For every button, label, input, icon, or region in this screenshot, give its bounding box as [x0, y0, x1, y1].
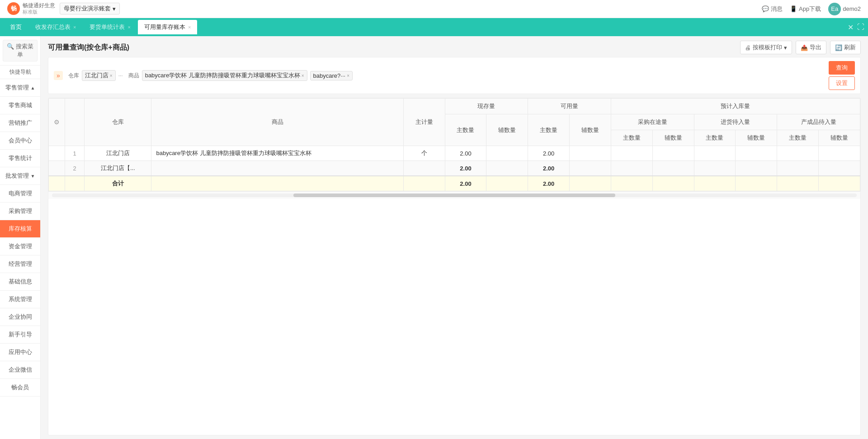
summary-num [65, 176, 85, 191]
filter-action-btns: 查询 设置 [829, 61, 855, 90]
sidebar-item-newbie[interactable]: 新手引导 [0, 326, 40, 344]
sidebar-search-area: 🔍 搜索菜单 [0, 36, 40, 66]
message-icon: 💬 [762, 5, 769, 12]
summary-unit [403, 176, 445, 191]
inventory-table: ⚙ 仓库 商品 主计量 现存量 可用量 预计入库量 主数量 辅数量 主数量 [48, 98, 860, 191]
close-window-btn[interactable]: ✕ [848, 23, 854, 32]
sidebar-item-finance[interactable]: 资金管理 [0, 238, 40, 255]
col-stock-main-header: 主数量 [445, 114, 486, 146]
sidebar-item-ecommerce[interactable]: 电商管理 [0, 185, 40, 203]
expand-window-btn[interactable]: ⛶ [857, 23, 864, 31]
sidebar-search-btn[interactable]: 🔍 搜索菜单 [3, 40, 38, 61]
content-area: 可用量查询(按仓库+商品) 🖨 按模板打印 ▾ 📤 导出 🔄 刷新 » [41, 36, 868, 439]
query-btn[interactable]: 查询 [829, 61, 855, 75]
col-num-cell: 2 [65, 161, 85, 176]
sidebar-item-retail-mall[interactable]: 零售商城 [0, 97, 40, 114]
sidebar-item-label: 企业微信 [9, 366, 32, 374]
col-p-main-cell [611, 161, 652, 176]
table-settings-icon[interactable]: ⚙ [54, 118, 60, 126]
col-i-main-cell [694, 146, 736, 161]
sidebar-item-wechat[interactable]: 企业微信 [0, 361, 40, 379]
col-stock-aux-cell [486, 161, 528, 176]
col-unit-header: 主计量 [403, 99, 445, 146]
horizontal-scrollbar[interactable] [52, 194, 857, 197]
tab-orders[interactable]: 要货单统计表 × [83, 20, 137, 34]
product-tag1-remove[interactable]: × [302, 73, 304, 78]
sidebar-item-label: 会员中心 [9, 137, 32, 145]
col-warehouse-header: 仓库 [85, 99, 151, 146]
industry-selector[interactable]: 母婴行业演示账套 ▾ [60, 3, 120, 14]
summary-avail-aux [570, 176, 611, 191]
sidebar-item-retail-stats[interactable]: 零售统计 [0, 150, 40, 167]
sidebar-item-retail-mgmt[interactable]: 零售管理 ▲ [0, 79, 40, 97]
col-finished-main-header: 主数量 [777, 130, 819, 146]
sidebar-item-members[interactable]: 会员中心 [0, 132, 40, 150]
tab-orders-close[interactable]: × [127, 24, 130, 30]
quick-nav-btn[interactable]: 快捷导航 [0, 66, 40, 79]
tab-receipts-close[interactable]: × [73, 24, 76, 30]
filter-expand-btn[interactable]: » [54, 71, 63, 80]
user-profile[interactable]: Ea demo2 [828, 3, 861, 15]
app-download-btn[interactable]: 📱 App下载 [790, 5, 821, 13]
col-settings-header: ⚙ [49, 99, 65, 146]
sidebar-item-purchase[interactable]: 采购管理 [0, 203, 40, 220]
col-avail-main-header: 主数量 [528, 114, 570, 146]
col-i-aux-cell [736, 146, 777, 161]
refresh-btn[interactable]: 🔄 刷新 [830, 41, 861, 54]
summary-stock-main: 2.00 [445, 176, 486, 191]
tab-receipts[interactable]: 收发存汇总表 × [29, 20, 82, 34]
col-finished-aux-header: 辅数量 [819, 130, 860, 146]
sidebar-item-system[interactable]: 系统管理 [0, 291, 40, 308]
col-purchase-main-header: 主数量 [611, 130, 652, 146]
warehouse-tag-remove[interactable]: × [110, 73, 113, 78]
col-f-main-cell [777, 161, 819, 176]
col-product-cell: babycare学饮杯 儿童防摔防撞吸管杯重力球吸嘴杯宝宝水杯 [151, 146, 403, 161]
warehouse-filter-value: 江北门店 [85, 71, 108, 80]
col-stock-aux-cell [486, 146, 528, 161]
col-unit-cell [403, 161, 445, 176]
nav-window-actions: ✕ ⛶ [848, 23, 864, 32]
summary-p-main [611, 176, 652, 191]
sidebar-item-wholesale-mgmt[interactable]: 批发管理 ▼ [0, 167, 40, 185]
tab-available-close[interactable]: × [188, 24, 191, 30]
sidebar-item-label: 资金管理 [9, 242, 32, 250]
message-btn[interactable]: 💬 消息 [762, 5, 783, 13]
page-title: 可用量查询(按仓库+商品) [48, 43, 129, 52]
sidebar-item-appstore[interactable]: 应用中心 [0, 344, 40, 361]
col-finished-pending-header: 产成品待入量 [777, 114, 860, 130]
print-template-btn[interactable]: 🖨 按模板打印 ▾ [740, 41, 792, 54]
refresh-label: 刷新 [844, 43, 856, 52]
col-i-aux-cell [736, 161, 777, 176]
warehouse-more-dots[interactable]: ··· [118, 72, 123, 79]
logo-title: 畅捷通好生意 [23, 2, 55, 9]
scrollbar-thumb[interactable] [293, 194, 615, 197]
sidebar-item-operations[interactable]: 经营管理 [0, 255, 40, 273]
page-actions: 🖨 按模板打印 ▾ 📤 导出 🔄 刷新 [740, 41, 861, 54]
sidebar-item-label: 系统管理 [9, 295, 32, 303]
tab-available[interactable]: 可用量库存账本 × [138, 20, 197, 34]
col-warehouse-cell: 江北门店【... [85, 161, 151, 176]
col-avail-main-cell: 2.00 [528, 146, 570, 161]
col-incoming-aux-header: 辅数量 [736, 130, 777, 146]
filter-bar: » 仓库 江北门店 × ··· 商品 babycare学饮杯 儿童防摔防撞吸管杯… [48, 57, 861, 94]
col-incoming-pending-header: 进货待入量 [694, 114, 777, 130]
col-num-cell: 1 [65, 146, 85, 161]
sidebar-item-vip[interactable]: 畅会员 [0, 379, 40, 397]
col-stock-main-cell: 2.00 [445, 146, 486, 161]
logo-icon: 畅 [7, 2, 20, 15]
export-btn[interactable]: 📤 导出 [796, 41, 826, 54]
sidebar-item-label: 批发管理 [5, 172, 29, 180]
sidebar-item-inventory[interactable]: 库存核算 [0, 220, 40, 238]
sidebar-item-marketing[interactable]: 营销推广 [0, 114, 40, 132]
tab-available-label: 可用量库存账本 [144, 23, 185, 31]
warehouse-filter-label: 仓库 [68, 72, 79, 80]
product-tag2-remove[interactable]: × [347, 73, 349, 78]
summary-i-main [694, 176, 736, 191]
set-btn[interactable]: 设置 [829, 76, 855, 90]
col-avail-header: 可用量 [528, 99, 611, 114]
tab-home[interactable]: 首页 [4, 20, 28, 34]
sidebar-item-enterprise[interactable]: 企业协同 [0, 308, 40, 326]
sidebar-item-basics[interactable]: 基础信息 [0, 273, 40, 291]
sidebar-item-label: 电商管理 [9, 189, 32, 198]
summary-f-aux [819, 176, 860, 191]
